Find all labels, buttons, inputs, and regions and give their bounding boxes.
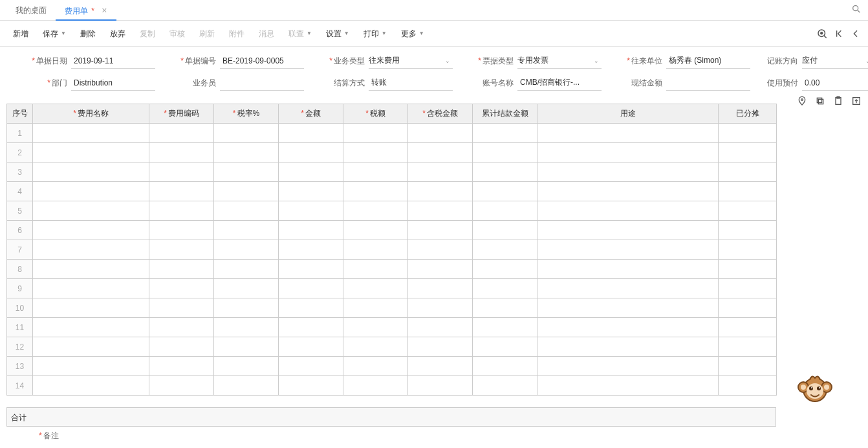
paste-icon[interactable]	[833, 96, 845, 107]
cell[interactable]	[343, 201, 408, 221]
cell[interactable]	[408, 318, 473, 337]
cell[interactable]	[149, 221, 214, 240]
cell[interactable]	[473, 124, 537, 143]
cell[interactable]	[343, 337, 408, 357]
cell[interactable]	[537, 221, 719, 240]
cell[interactable]	[279, 162, 343, 182]
cell[interactable]	[149, 162, 214, 182]
cell[interactable]	[343, 376, 408, 396]
cell[interactable]	[473, 260, 537, 279]
table-row[interactable]: 8	[7, 260, 777, 279]
cell[interactable]	[537, 260, 719, 279]
cell[interactable]	[719, 337, 777, 357]
cell[interactable]	[33, 318, 149, 337]
copy-icon[interactable]	[815, 96, 827, 107]
col-cumulative[interactable]: 累计结款金额	[473, 104, 537, 124]
cell[interactable]	[33, 201, 149, 221]
cell[interactable]	[408, 337, 473, 357]
cell[interactable]	[537, 182, 719, 201]
cell[interactable]	[343, 357, 408, 376]
prev-icon[interactable]	[850, 28, 862, 39]
cell[interactable]	[537, 318, 719, 337]
cell[interactable]	[33, 376, 149, 396]
cell[interactable]	[537, 357, 719, 376]
cell[interactable]	[343, 240, 408, 260]
tab-desktop[interactable]: 我的桌面	[6, 0, 56, 21]
cell[interactable]	[214, 240, 279, 260]
table-row[interactable]: 3	[7, 162, 777, 182]
table-row[interactable]: 13	[7, 357, 777, 376]
cell[interactable]	[33, 337, 149, 357]
bill-date-input[interactable]	[71, 53, 155, 69]
col-amount[interactable]: *金额	[279, 104, 343, 124]
print-button[interactable]: 打印▼	[357, 25, 393, 43]
cell[interactable]	[719, 143, 777, 162]
cell[interactable]	[719, 162, 777, 182]
cell[interactable]	[719, 182, 777, 201]
cell[interactable]	[149, 260, 214, 279]
cell[interactable]	[279, 260, 343, 279]
cell[interactable]	[408, 162, 473, 182]
cell[interactable]	[279, 337, 343, 357]
assistant-mascot-icon[interactable]	[794, 368, 836, 409]
table-row[interactable]: 10	[7, 298, 777, 318]
cell[interactable]	[473, 376, 537, 396]
cell[interactable]	[149, 376, 214, 396]
save-button[interactable]: 保存▼	[36, 25, 72, 43]
cell[interactable]	[719, 201, 777, 221]
acct-dir-select[interactable]: 应付⌄	[802, 53, 868, 69]
search-icon[interactable]	[851, 4, 864, 17]
cell[interactable]	[214, 357, 279, 376]
cell[interactable]	[149, 337, 214, 357]
cell[interactable]	[33, 182, 149, 201]
cell[interactable]	[473, 221, 537, 240]
first-icon[interactable]	[833, 28, 845, 39]
dept-input[interactable]	[71, 75, 155, 91]
discard-button[interactable]: 放弃	[103, 25, 132, 43]
copy-button[interactable]: 复制	[133, 25, 162, 43]
cell[interactable]	[279, 221, 343, 240]
cell[interactable]	[279, 143, 343, 162]
cell[interactable]	[408, 260, 473, 279]
cell[interactable]	[473, 182, 537, 201]
cell[interactable]	[214, 182, 279, 201]
account-input[interactable]	[517, 75, 602, 91]
cell[interactable]	[33, 298, 149, 318]
tab-expense[interactable]: 费用单 * ×	[56, 0, 116, 21]
cash-amt-input[interactable]	[666, 75, 750, 91]
cell[interactable]	[214, 318, 279, 337]
cell[interactable]	[149, 143, 214, 162]
cell[interactable]	[33, 357, 149, 376]
cell[interactable]	[149, 279, 214, 298]
cell[interactable]	[214, 337, 279, 357]
location-icon[interactable]	[797, 96, 808, 107]
cell[interactable]	[537, 279, 719, 298]
cell[interactable]	[343, 260, 408, 279]
cell[interactable]	[279, 318, 343, 337]
table-row[interactable]: 12	[7, 337, 777, 357]
cell[interactable]	[343, 298, 408, 318]
cell[interactable]	[214, 279, 279, 298]
cell[interactable]	[214, 124, 279, 143]
cell[interactable]	[33, 240, 149, 260]
cell[interactable]	[719, 318, 777, 337]
cell[interactable]	[537, 162, 719, 182]
cell[interactable]	[473, 298, 537, 318]
cell[interactable]	[473, 201, 537, 221]
cell[interactable]	[408, 182, 473, 201]
cell[interactable]	[279, 124, 343, 143]
cell[interactable]	[279, 357, 343, 376]
cell[interactable]	[719, 221, 777, 240]
cell[interactable]	[408, 298, 473, 318]
locate-icon[interactable]	[816, 28, 828, 39]
cell[interactable]	[719, 260, 777, 279]
refresh-button[interactable]: 刷新	[193, 25, 221, 43]
bill-no-input[interactable]	[220, 53, 304, 69]
cell[interactable]	[33, 124, 149, 143]
cell[interactable]	[473, 240, 537, 260]
cell[interactable]	[719, 298, 777, 318]
cell[interactable]	[719, 124, 777, 143]
cell[interactable]	[214, 260, 279, 279]
cell[interactable]	[537, 298, 719, 318]
settings-button[interactable]: 设置▼	[320, 25, 356, 43]
